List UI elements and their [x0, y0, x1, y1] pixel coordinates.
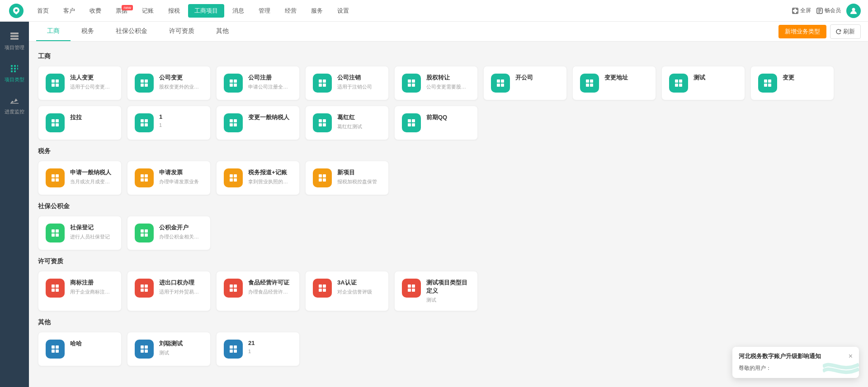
card-desc: 办理食品经营许可证 [248, 289, 292, 295]
sub-nav-tab-社保公积金[interactable]: 社保公积金 [105, 22, 158, 41]
cards-grid-社保公积金: 社保登记 进行人员社保登记 公积金开户 办理公积金相关业务 [38, 216, 859, 250]
svg-rect-96 [234, 284, 237, 288]
card-变更[interactable]: 变更 [750, 66, 834, 100]
svg-rect-108 [56, 345, 59, 349]
card-desc: 当月或次月成变更完成 [70, 178, 114, 185]
card-name: 公司注销 [337, 74, 381, 82]
sub-nav-tab-许可资质[interactable]: 许可资质 [158, 22, 205, 41]
card-1[interactable]: 1 1 [127, 106, 211, 140]
card-社保登记[interactable]: 社保登记 进行人员社保登记 [38, 216, 122, 250]
card-icon [135, 279, 154, 298]
card-公司注销[interactable]: 公司注销 适用于注销公司 [305, 66, 389, 100]
card-测试[interactable]: 测试 [661, 66, 745, 100]
progress-monitor-icon [8, 94, 21, 107]
card-icon [669, 74, 688, 93]
nav-item-管理[interactable]: 管理 [252, 4, 277, 18]
card-申请发票[interactable]: 申请发票 办理申请发票业务 [127, 161, 211, 195]
card-商标注册[interactable]: 商标注册 用于企业商标注册服务 [38, 271, 122, 311]
card-测试项目类型目定义[interactable]: 测试项目类型目定义 测试 [394, 271, 478, 311]
nav-item-消息[interactable]: 消息 [226, 4, 250, 18]
card-变更一般纳税人[interactable]: 变更一般纳税人 [216, 106, 300, 140]
sub-nav-tab-税务[interactable]: 税务 [71, 22, 105, 41]
svg-rect-48 [145, 119, 148, 122]
card-新项目[interactable]: 新项目 报税加税控盘保管 [305, 161, 389, 195]
sidebar-item-project-type[interactable]: 项目类型 [2, 57, 27, 88]
svg-rect-95 [230, 284, 233, 288]
card-开公司[interactable]: 开公司 [483, 66, 567, 100]
card-name: 开公司 [515, 74, 559, 82]
card-公积金开户[interactable]: 公积金开户 办理公积金相关业务 [127, 216, 211, 250]
svg-rect-28 [501, 79, 504, 83]
card-前期QQ[interactable]: 前期QQ [394, 106, 478, 140]
avatar[interactable] [846, 4, 861, 18]
card-name: 21 [248, 340, 292, 346]
card-icon [491, 74, 510, 93]
fullscreen-btn[interactable]: 全屏 [792, 7, 811, 14]
nav-item-服务[interactable]: 服务 [305, 4, 329, 18]
nav-item-报税[interactable]: 报税 [162, 4, 186, 18]
svg-rect-29 [497, 84, 500, 87]
svg-rect-60 [412, 119, 415, 122]
card-食品经营许可证[interactable]: 食品经营许可证 办理食品经营许可证 [216, 271, 300, 311]
card-21[interactable]: 21 1 [216, 332, 300, 366]
svg-rect-113 [141, 350, 144, 353]
card-info: 测试项目类型目定义 测试 [426, 279, 470, 303]
card-icon [313, 113, 332, 132]
svg-rect-11 [141, 79, 144, 83]
card-name: 测试项目类型目定义 [426, 279, 470, 295]
card-公司注册[interactable]: 公司注册 申请公司注册全流程 [216, 66, 300, 100]
refresh-button[interactable]: 刷新 [830, 24, 861, 39]
svg-rect-64 [56, 174, 59, 177]
card-葛红红[interactable]: 葛红红 葛红红测试 [305, 106, 389, 140]
sidebar-item-progress-monitor[interactable]: 进度监控 [2, 89, 27, 120]
card-税务报道+记账[interactable]: 税务报道+记账 拿到营业执照的新公司 [216, 161, 300, 195]
card-变更地址[interactable]: 变更地址 [572, 66, 656, 100]
sub-nav-tab-工商[interactable]: 工商 [36, 22, 71, 41]
card-info: 变更地址 [604, 74, 648, 84]
card-name: 进出口权办理 [159, 279, 203, 287]
card-icon [224, 340, 243, 359]
nav-item-收费[interactable]: 收费 [83, 4, 108, 18]
svg-rect-57 [319, 123, 322, 126]
card-name: 变更一般纳税人 [248, 113, 292, 121]
svg-rect-22 [323, 84, 326, 87]
nav-item-客户[interactable]: 客户 [57, 4, 81, 18]
member-btn[interactable]: 畅会员 [816, 7, 841, 14]
card-刘聪测试[interactable]: 刘聪测试 测试 [127, 332, 211, 366]
card-info: 拉拉 [70, 113, 114, 123]
nav-item-工商项目[interactable]: 工商项目 [188, 4, 224, 18]
sidebar-item-project-manage[interactable]: 项目管理 [2, 25, 27, 56]
nav-item-首页[interactable]: 首页 [31, 4, 55, 18]
card-icon [224, 113, 243, 132]
nav-item-设置[interactable]: 设置 [331, 4, 355, 18]
card-info: 法人变更 适用于公司变更法人 [70, 74, 114, 90]
card-info: 1 1 [159, 113, 203, 129]
add-type-button[interactable]: 新增业务类型 [778, 25, 826, 38]
card-法人变更[interactable]: 法人变更 适用于公司变更法人 [38, 66, 122, 100]
card-拉拉[interactable]: 拉拉 [38, 106, 122, 140]
card-info: 变更 [783, 74, 826, 84]
card-申请一般纳税人[interactable]: 申请一般纳税人 当月或次月成变更完成 [38, 161, 122, 195]
card-进出口权办理[interactable]: 进出口权办理 适用于对外贸易经营者 [127, 271, 211, 311]
card-icon [46, 224, 65, 242]
card-name: 税务报道+记账 [248, 168, 292, 177]
nav-item-经营[interactable]: 经营 [278, 4, 303, 18]
card-desc: 进行人员社保登记 [70, 233, 114, 240]
card-3A认证[interactable]: 3A认证 对企业信誉评级 [305, 271, 389, 311]
nav-item-记账[interactable]: 记账 [136, 4, 160, 18]
nav-item-票据[interactable]: 票据new [109, 4, 134, 18]
sub-nav-tab-其他[interactable]: 其他 [205, 22, 240, 41]
card-info: 税务报道+记账 拿到营业执照的新公司 [248, 168, 292, 185]
svg-rect-84 [145, 229, 148, 233]
svg-rect-76 [323, 174, 326, 177]
card-name: 前期QQ [426, 113, 470, 121]
svg-rect-43 [52, 119, 55, 122]
svg-rect-18 [234, 84, 237, 87]
card-icon [313, 74, 332, 93]
svg-rect-0 [793, 8, 798, 14]
card-name: 社保登记 [70, 224, 114, 232]
card-哈哈[interactable]: 哈哈 [38, 332, 122, 366]
card-公司变更[interactable]: 公司变更 股权变更外的业务变更 [127, 66, 211, 100]
card-info: 公司变更 股权变更外的业务变更 [159, 74, 203, 90]
card-股权转让[interactable]: 股权转让 公司变更需要股权转让 [394, 66, 478, 100]
